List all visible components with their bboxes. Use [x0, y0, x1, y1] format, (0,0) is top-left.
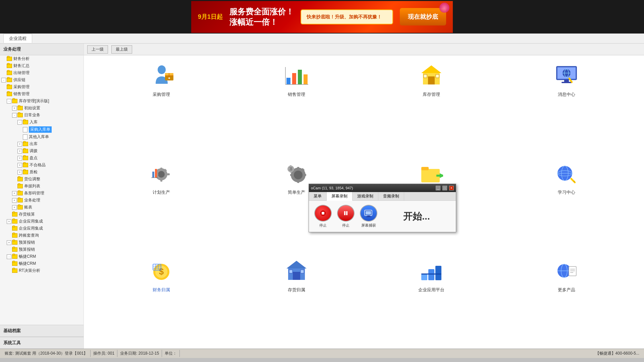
ocam-pause-label: 停止	[342, 223, 350, 228]
ocam-body: 停止 停止	[309, 201, 456, 232]
expand-icon: -	[17, 120, 22, 125]
icon-box-message	[553, 62, 580, 89]
expand-icon: +	[17, 149, 22, 154]
ocam-restore-button[interactable]: □	[442, 186, 447, 190]
learning-icon	[555, 162, 578, 185]
ocam-close-button[interactable]: ✕	[449, 186, 454, 190]
icon-box-inventory-attr	[283, 257, 310, 284]
sidebar-section-archives: 基础档案	[0, 325, 84, 337]
grid-item-xiaoshou-guanli[interactable]: 销售管理	[232, 62, 361, 146]
sidebar-item-zhangbiao[interactable]: + 账表	[0, 204, 84, 211]
ocam-tab-screen-record[interactable]: 屏幕录制	[327, 192, 353, 201]
folder-icon	[7, 57, 12, 61]
sidebar-item-ruku[interactable]: - 入库	[0, 119, 84, 126]
ocam-screen-capture-button[interactable]	[360, 205, 377, 222]
svg-rect-77	[421, 274, 441, 275]
folder-icon	[12, 212, 17, 217]
sidebar-item-chunna-guanli[interactable]: 出纳管理	[0, 69, 84, 76]
sidebar-item-gongyingshang[interactable]: - 供应链	[0, 76, 84, 83]
icon-box-learning	[553, 160, 580, 187]
sidebar-item-caiwu-fenxi[interactable]: 财务分析	[0, 55, 84, 62]
sidebar-item-yusuan-baoxiao[interactable]: + 预算报销	[0, 239, 84, 246]
sidebar-item-buhege-pin[interactable]: + 不合格品	[0, 162, 84, 169]
stop-record-icon	[319, 209, 327, 217]
sidebar-item-chuku[interactable]: + 出库	[0, 140, 84, 147]
svg-rect-35	[155, 169, 157, 178]
banner-promo: 快来抄底啦！升级、加购不再犹豫！	[301, 9, 393, 24]
svg-rect-81	[569, 266, 576, 276]
ocam-tab-game-record[interactable]: 游戏录制	[353, 192, 378, 200]
grid-item-qiye-yingyong-pingtai[interactable]: 企业应用平台	[367, 257, 496, 342]
svg-rect-52	[421, 167, 429, 170]
sidebar-item-caigou-guanli[interactable]: 采购管理	[0, 83, 84, 90]
sidebar-item-dan-liebiao[interactable]: 单据列表	[0, 183, 84, 190]
sidebar-item-chushi-shezhi[interactable]: + 初始设置	[0, 105, 84, 112]
expand-icon: +	[12, 191, 17, 196]
svg-rect-90	[366, 211, 371, 215]
banner-cta-button[interactable]: 现在就抄底	[400, 8, 446, 25]
grid-item-xuexi-zhongxin[interactable]: 学习中心	[502, 160, 631, 244]
ocam-tab-audio-record[interactable]: 音频录制	[378, 192, 404, 200]
folder-icon	[7, 64, 12, 68]
status-unit: 单位：	[162, 350, 180, 357]
status-date: 业务日期: 2018-12-15	[117, 350, 162, 357]
sidebar-item-pandian[interactable]: + 盘点	[0, 155, 84, 162]
grid-item-xiaoxi-zhongxin[interactable]: 消息中心	[502, 62, 631, 146]
folder-icon	[23, 149, 28, 153]
grid-item-geng-duo-chanpin[interactable]: 更多产品	[502, 257, 631, 342]
tab-enterprise-flow[interactable]: 企业流程	[3, 34, 32, 43]
top-level-button[interactable]: 最上级	[111, 45, 132, 54]
svg-rect-88	[346, 211, 347, 215]
folder-icon	[12, 254, 17, 259]
folder-icon	[12, 226, 17, 231]
grid-label-caigou-guanli: 采购管理	[153, 92, 170, 98]
svg-rect-50	[292, 168, 294, 170]
sidebar-item-zhijian[interactable]: + 质检	[0, 169, 84, 176]
folder-icon	[12, 268, 17, 273]
sidebar-item-kuajie-chaxun[interactable]: 跨账套查询	[0, 232, 84, 239]
top-nav: 企业流程	[0, 34, 644, 44]
sidebar-item-yewu-chuli[interactable]: + 业务处理	[0, 197, 84, 204]
prev-level-button[interactable]: 上一级	[87, 45, 108, 54]
ocam-tab-menu[interactable]: 菜单	[309, 192, 327, 200]
grid-item-caiwu-guisu[interactable]: $ 财务归属	[97, 257, 226, 342]
sidebar-item-kucun-hesuan[interactable]: 存货核算	[0, 211, 84, 218]
sidebar-item-qita-rukudan[interactable]: 其他入库单	[0, 133, 84, 140]
ocam-pause-button[interactable]	[337, 205, 355, 222]
banner: 9月1日起 服务费全面涨价！ 涨幅近一倍！ 快来抄底啦！升级、加购不再犹豫！ 现…	[0, 0, 644, 34]
grid-item-jihua-shengchan[interactable]: 计划生产	[97, 160, 226, 244]
svg-rect-92	[366, 217, 371, 217]
banner-inner: 9月1日起 服务费全面涨价！ 涨幅近一倍！ 快来抄底啦！升级、加购不再犹豫！ 现…	[191, 1, 453, 33]
sidebar-item-richang-yewu[interactable]: - 日常业务	[0, 112, 84, 119]
grid-item-kucun-guanli[interactable]: 库存管理	[367, 62, 496, 146]
svg-rect-40	[297, 180, 299, 183]
sidebar-item-yusuan-baoxiao2[interactable]: 预算报销	[0, 246, 84, 253]
folder-icon	[17, 184, 23, 188]
grid-item-cangchu-guisu[interactable]: 存货归属	[232, 257, 361, 342]
sidebar-item-huowei-tiaozheng[interactable]: 货位调整	[0, 176, 84, 183]
ocam-minimize-button[interactable]: _	[436, 186, 440, 190]
file-icon	[23, 134, 28, 140]
ocam-stop-record-group: 停止	[314, 205, 332, 228]
icon-box-simple-production	[283, 160, 310, 187]
sidebar-item-qiye-yingyong-jicheng2[interactable]: 企业应用集成	[0, 225, 84, 232]
sidebar-item-caiwu-huizong[interactable]: 财务汇总	[0, 62, 84, 69]
expand-icon: +	[7, 219, 11, 224]
sidebar-item-tiaodiao[interactable]: + 调拨	[0, 147, 84, 155]
ocam-stop-record-button[interactable]	[314, 205, 332, 222]
folder-icon	[17, 106, 23, 110]
svg-rect-49	[288, 168, 290, 170]
sidebar-item-changjie-crm2[interactable]: 畅捷CRM	[0, 260, 84, 267]
sidebar-item-kucun-guanli[interactable]: - 库存管理[演示版]	[0, 98, 84, 105]
sidebar-item-tiaoxingma-guanli[interactable]: + 条形码管理	[0, 190, 84, 197]
sidebar-item-qiye-yingyong-jicheng[interactable]: + 企业应用集成	[0, 218, 84, 225]
grid-item-caigou-guanli[interactable]: ✦ 采购管理	[97, 62, 226, 146]
svg-rect-75	[428, 269, 434, 280]
svg-rect-28	[160, 168, 162, 170]
file-icon	[23, 127, 28, 132]
sidebar-item-xiaoshou-guanli[interactable]: 销售管理	[0, 90, 84, 98]
svg-rect-59	[570, 178, 576, 184]
sidebar-item-changjie-crm[interactable]: - 畅捷CRM	[0, 253, 84, 260]
sidebar-item-caigou-rukudan[interactable]: 采购入库单	[0, 126, 84, 133]
sidebar-item-rt-juece-fenxi[interactable]: RT决策分析	[0, 267, 84, 274]
